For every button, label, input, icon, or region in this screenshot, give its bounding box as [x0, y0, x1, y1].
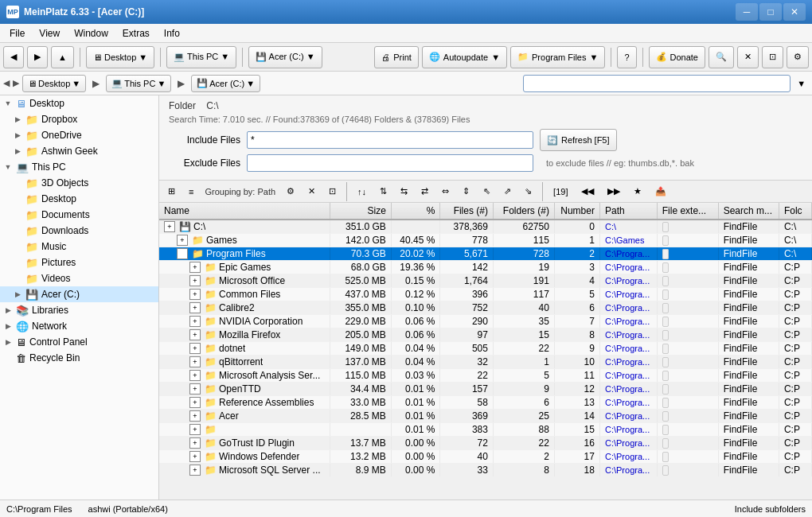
menu-window[interactable]: Window	[68, 26, 115, 41]
expand-btn[interactable]: +	[177, 235, 188, 246]
export-btn[interactable]: 📤	[650, 183, 672, 200]
table-row[interactable]: + 📁 OpenTTD 34.4 MB 0.01 % 157 9 12 C:\P…	[159, 383, 812, 396]
close-button[interactable]: ✕	[783, 3, 806, 21]
expand-btn[interactable]: +	[189, 329, 201, 340]
table-row[interactable]: + 📁 NVIDIA Corporation 229.0 MB 0.06 % 2…	[159, 315, 812, 328]
sidebar-item-recyclebin[interactable]: 🗑 Recycle Bin	[0, 350, 158, 366]
nav-next[interactable]: ▶▶	[602, 183, 626, 200]
sort-btn-6[interactable]: ⇕	[457, 183, 475, 200]
search-button[interactable]: 🔍	[709, 46, 734, 68]
sidebar-item-acer[interactable]: ▶ 💾 Acer (C:)	[0, 286, 158, 302]
file-select-all[interactable]: ⊞	[162, 183, 181, 200]
table-row[interactable]: + 📁 Reference Assemblies 33.0 MB 0.01 % …	[159, 396, 812, 410]
expand-btn[interactable]: +	[189, 316, 201, 327]
table-row[interactable]: + 📁 Windows Defender 13.2 MB 0.00 % 40 2…	[159, 450, 812, 464]
sort-btn-4[interactable]: ⇄	[416, 183, 434, 200]
expand-arrow[interactable]: ▼	[794, 79, 809, 88]
desktop-crumb[interactable]: 🖥 Desktop ▼	[22, 75, 86, 92]
sort-btn-3[interactable]: ⇆	[395, 183, 413, 200]
sidebar-item-ashwin[interactable]: ▶ 📁 Ashwin Geek	[0, 143, 158, 159]
table-row[interactable]: + 📁 Calibre2 355.0 MB 0.10 % 752 40 6 C:…	[159, 301, 812, 315]
expand-btn[interactable]: +	[189, 410, 201, 422]
autoupdate-button[interactable]: 🌐 Autoupdate ▼	[422, 46, 507, 68]
expand-btn[interactable]: +	[189, 383, 201, 395]
expand-btn[interactable]: +	[189, 397, 201, 408]
table-row[interactable]: + 📁 Microsoft SQL Server ... 8.9 MB 0.00…	[159, 464, 812, 477]
col-name[interactable]: Name	[159, 203, 330, 220]
exclude-files-input[interactable]	[247, 154, 533, 172]
help-button[interactable]: ?	[617, 46, 636, 68]
table-row[interactable]: + 📁 Microsoft Analysis Ser... 115.0 MB 0…	[159, 369, 812, 383]
delete-toolbar-button[interactable]: ✕	[737, 46, 759, 68]
sidebar-item-network[interactable]: ▶ 🌐 Network	[0, 318, 158, 334]
table-row[interactable]: + 📁 Common Files 437.0 MB 0.12 % 396 117…	[159, 288, 812, 301]
table-row[interactable]: + 📁 Acer 28.5 MB 0.01 % 369 25 14 C:\Pro…	[159, 410, 812, 423]
file-list-container[interactable]: Name Size % Files (#) Folders (#) Number…	[159, 203, 812, 500]
nav-prev[interactable]: ◀◀	[576, 183, 599, 200]
program-files-button[interactable]: 📁 Program Files ▼	[510, 46, 605, 68]
sidebar-item-desktop2[interactable]: 📁 Desktop	[0, 191, 158, 207]
sidebar-item-controlpanel[interactable]: ▶ 🖥 Control Panel	[0, 334, 158, 350]
sidebar-item-3dobjects[interactable]: 📁 3D Objects	[0, 175, 158, 191]
file-view-toggle[interactable]: ≡	[183, 183, 199, 200]
grouping-settings[interactable]: ⚙	[281, 183, 300, 200]
sidebar-item-thispc[interactable]: ▼ 💻 This PC	[0, 159, 158, 175]
maximize-button[interactable]: □	[759, 3, 782, 21]
table-row[interactable]: + 📁 Mozilla Firefox 205.0 MB 0.06 % 97 1…	[159, 328, 812, 342]
copy-button[interactable]: ⊡	[762, 46, 783, 68]
sort-btn-5[interactable]: ⇔	[436, 183, 455, 200]
expand-btn[interactable]: +	[189, 465, 201, 476]
sidebar-item-music[interactable]: 📁 Music	[0, 239, 158, 255]
col-number[interactable]: Number	[554, 203, 599, 220]
table-row[interactable]: + 💾 C:\ 351.0 GB 378,369 62750 0 C:\ Fin…	[159, 220, 812, 234]
table-row[interactable]: + 📁 qBittorrent 137.0 MB 0.04 % 32 1 10 …	[159, 356, 812, 369]
acer-crumb[interactable]: 💾 Acer (C:) ▼	[191, 75, 260, 92]
sidebar-item-pictures[interactable]: 📁 Pictures	[0, 255, 158, 270]
expand-btn[interactable]: +	[189, 451, 201, 462]
up-button[interactable]: ▲	[51, 46, 74, 68]
settings-button[interactable]: ⚙	[787, 46, 809, 68]
sort-btn-7[interactable]: ⇖	[478, 183, 496, 200]
sidebar-item-desktop[interactable]: ▼ 🖥 Desktop	[0, 95, 158, 111]
menu-file[interactable]: File	[3, 26, 31, 41]
table-row[interactable]: + 📁 0.01 % 383 88 15 C:\Progra... FindFi…	[159, 423, 812, 437]
sidebar-item-documents[interactable]: 📁 Documents	[0, 207, 158, 223]
expand-btn[interactable]: +	[189, 437, 201, 449]
forward-button[interactable]: ▶	[27, 46, 48, 68]
sort-btn-1[interactable]: ↑↓	[352, 183, 372, 200]
expand-btn[interactable]: +	[164, 221, 175, 232]
col-search[interactable]: Search m...	[718, 203, 779, 220]
table-row[interactable]: + 📁 Microsoft Office 525.0 MB 0.15 % 1,7…	[159, 274, 812, 288]
menu-view[interactable]: View	[33, 26, 66, 41]
col-path[interactable]: Path	[599, 203, 657, 220]
desktop-button[interactable]: 🖥 Desktop ▼	[86, 46, 154, 68]
expand-btn[interactable]: +	[189, 343, 201, 354]
donate-button[interactable]: 💰 Donate	[649, 46, 705, 68]
sidebar-item-dropbox[interactable]: ▶ 📁 Dropbox	[0, 111, 158, 127]
col-size[interactable]: Size	[330, 203, 391, 220]
col-files[interactable]: Files (#)	[440, 203, 494, 220]
nav-back-icon[interactable]: ◀	[3, 78, 10, 88]
menu-info[interactable]: Info	[158, 26, 186, 41]
refresh-button[interactable]: 🔄 Refresh [F5]	[540, 129, 617, 151]
sort-btn-2[interactable]: ⇅	[374, 183, 392, 200]
sidebar-item-videos[interactable]: 📁 Videos	[0, 270, 158, 286]
sort-btn-8[interactable]: ⇗	[498, 183, 517, 200]
minimize-button[interactable]: ─	[736, 3, 758, 21]
expand-btn[interactable]: +	[189, 370, 201, 381]
print-button[interactable]: 🖨 Print	[374, 46, 419, 68]
sidebar-item-downloads[interactable]: 📁 Downloads	[0, 223, 158, 239]
nav-forward-icon[interactable]: ▶	[13, 78, 19, 88]
expand-btn[interactable]: +	[177, 248, 188, 259]
expand-btn[interactable]: +	[189, 424, 201, 435]
table-row[interactable]: + 📁 Games 142.0 GB 40.45 % 778 115 1 C:\…	[159, 234, 812, 247]
bookmark-btn[interactable]: ★	[628, 183, 647, 200]
expand-btn[interactable]: +	[189, 356, 201, 367]
expand-btn[interactable]: +	[189, 262, 201, 273]
file-delete[interactable]: ✕	[303, 183, 321, 200]
file-copy[interactable]: ⊡	[323, 183, 342, 200]
expand-btn[interactable]: +	[189, 302, 201, 313]
thispc-button[interactable]: 💻 This PC ▼	[166, 46, 236, 68]
sidebar-item-onedrive[interactable]: ▶ 📁 OneDrive	[0, 127, 158, 143]
col-pct[interactable]: %	[391, 203, 440, 220]
